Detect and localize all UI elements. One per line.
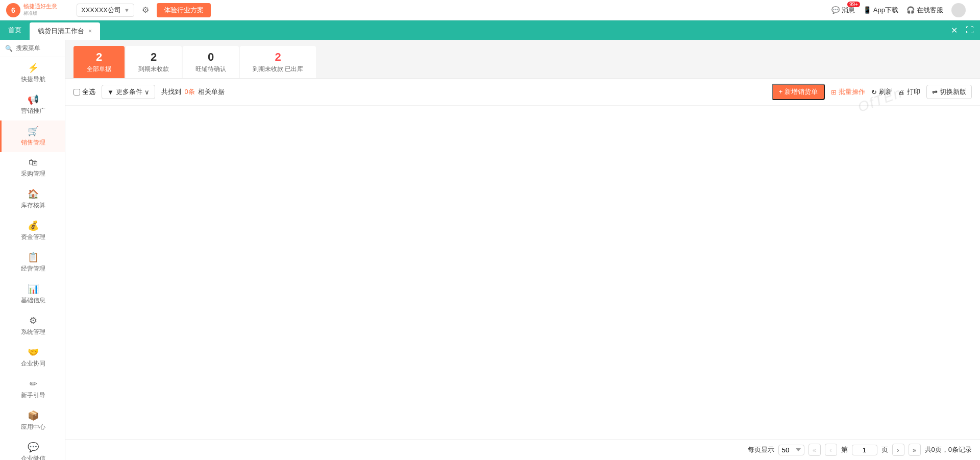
marketing-icon: 📢: [28, 94, 39, 105]
content-area: 2 全部单据 2 到期未收款 0 旺铺待确认 2 到期未收款 已出库 全选: [65, 40, 980, 460]
first-page-button[interactable]: «: [808, 444, 821, 456]
batch-icon: ⊞: [831, 88, 837, 96]
weixin-icon: 💬: [28, 442, 39, 453]
sidebar-item-system[interactable]: ⚙ 系统管理: [0, 310, 65, 342]
window-close-icon[interactable]: ✕: [949, 23, 960, 37]
sidebar-item-guide[interactable]: ✏ 新手引导: [0, 373, 65, 405]
sidebar-search[interactable]: 🔍 搜索菜单: [0, 40, 65, 57]
batch-operation-button[interactable]: ⊞ 批量操作: [831, 87, 865, 96]
sales-icon: 🛒: [28, 126, 39, 137]
sidebar-item-label: 系统管理: [21, 328, 45, 336]
sidebar-item-label: 新手引导: [21, 391, 45, 400]
filter-icon: ▼: [107, 88, 114, 96]
filter-tab-pending-label: 旺铺待确认: [195, 65, 226, 74]
sidebar-item-sales[interactable]: 🛒 销售管理: [0, 120, 65, 152]
select-all-input[interactable]: [74, 89, 80, 95]
refresh-icon: ↻: [871, 88, 877, 96]
filter-tab-overdue-label: 到期未收款: [138, 65, 169, 74]
table-area: [65, 106, 980, 439]
sidebar-item-label: 销售管理: [21, 138, 45, 147]
per-page-label: 每页显示: [748, 445, 774, 454]
filter-tab-pending[interactable]: 0 旺铺待确认: [183, 46, 239, 78]
more-filter-button[interactable]: ▼ 更多条件 ∨: [102, 85, 155, 99]
basic-info-icon: 📊: [28, 283, 39, 295]
last-page-button[interactable]: »: [909, 444, 921, 456]
filter-tab-overdue-count: 2: [151, 51, 157, 64]
found-suffix: 相关单据: [198, 88, 225, 95]
tab-workbench[interactable]: 钱货日清工作台 ×: [30, 22, 100, 40]
found-prefix: 共找到: [161, 88, 181, 95]
current-page-input[interactable]: [852, 445, 877, 455]
sidebar-item-finance[interactable]: 💰 资金管理: [0, 215, 65, 247]
new-sales-button[interactable]: + 新增销货单: [772, 84, 825, 100]
app-name: 畅捷通好生意: [23, 3, 57, 10]
next-page-button[interactable]: ›: [892, 444, 904, 456]
found-count: 0条: [185, 88, 195, 95]
print-icon: 🖨: [898, 88, 905, 96]
filter-tab-all-label: 全部单据: [87, 65, 111, 74]
tab-close-icon[interactable]: ×: [88, 28, 92, 35]
print-label: 打印: [907, 87, 920, 96]
settings-button[interactable]: ⚙: [138, 3, 153, 17]
message-icon: 💬: [831, 6, 840, 14]
sidebar-item-purchase[interactable]: 🛍 采购管理: [0, 152, 65, 183]
switch-version-button[interactable]: ⇌ 切换新版: [926, 85, 972, 99]
company-selector[interactable]: XXXXXX公司 ▼: [77, 4, 134, 17]
sidebar-item-label: 经营管理: [21, 264, 45, 273]
sidebar-search-label: 搜索菜单: [16, 44, 40, 53]
sidebar-item-operations[interactable]: 📋 经营管理: [0, 247, 65, 278]
filter-tab-shipped[interactable]: 2 到期未收款 已出库: [240, 46, 316, 78]
print-button[interactable]: 🖨 打印: [898, 87, 920, 96]
sidebar-item-label: 营销推广: [21, 107, 45, 115]
header-right: 💬 消息 99+ 📱 App下载 🎧 在线客服: [831, 3, 974, 17]
action-bar: 全选 ▼ 更多条件 ∨ 共找到 0条 相关单据 + 新增销货单 ⊞ 批量操作: [65, 79, 980, 106]
sidebar-item-label: 库存核算: [21, 201, 45, 210]
sidebar-item-app-center[interactable]: 📦 应用中心: [0, 405, 65, 437]
sidebar-item-cooperation[interactable]: 🤝 企业协同: [0, 342, 65, 373]
per-page-select[interactable]: 50 100 200: [778, 445, 804, 455]
sidebar: 🔍 搜索菜单 ⚡ 快捷导航 📢 营销推广 🛒 销售管理 🛍 采购管理 🏠 库存核…: [0, 40, 65, 460]
refresh-label: 刷新: [879, 87, 892, 96]
avatar[interactable]: [951, 3, 966, 17]
sidebar-item-basic-info[interactable]: 📊 基础信息: [0, 278, 65, 310]
sidebar-item-label: 采购管理: [21, 170, 45, 178]
refresh-button[interactable]: ↻ 刷新: [871, 87, 892, 96]
sidebar-item-weixin[interactable]: 💬 企业微信: [0, 437, 65, 460]
tab-home[interactable]: 首页: [0, 20, 30, 40]
purchase-icon: 🛍: [29, 157, 38, 168]
app-download-label: App下载: [873, 6, 898, 15]
filter-tab-all[interactable]: 2 全部单据: [74, 46, 125, 78]
batch-label: 批量操作: [839, 87, 865, 96]
filter-tab-overdue[interactable]: 2 到期未收款: [126, 46, 182, 78]
trial-button[interactable]: 体验行业方案: [157, 3, 211, 17]
filter-tabs: 2 全部单据 2 到期未收款 0 旺铺待确认 2 到期未收款 已出库: [65, 40, 980, 79]
message-badge: 99+: [847, 2, 860, 7]
sidebar-item-quick-nav[interactable]: ⚡ 快捷导航: [0, 57, 65, 89]
filter-tab-all-count: 2: [96, 51, 102, 64]
app-download-item[interactable]: 📱 App下载: [863, 6, 898, 15]
logo-area: 6 畅捷通好生意 标准版: [6, 3, 71, 17]
sidebar-item-marketing[interactable]: 📢 营销推广: [0, 89, 65, 120]
message-item[interactable]: 💬 消息 99+: [831, 6, 855, 15]
system-icon: ⚙: [29, 315, 37, 326]
page-label: 第: [841, 445, 848, 454]
operations-icon: 📋: [28, 252, 39, 263]
select-all-checkbox[interactable]: 全选: [74, 87, 95, 96]
search-icon: 🔍: [5, 45, 13, 52]
sidebar-item-label: 应用中心: [21, 423, 45, 431]
switch-icon: ⇌: [932, 88, 938, 96]
company-dropdown-arrow: ▼: [124, 7, 130, 13]
window-expand-icon[interactable]: ⛶: [964, 23, 976, 37]
total-label: 共0页，0条记录: [925, 445, 972, 454]
filter-tab-pending-count: 0: [208, 51, 214, 64]
prev-page-button[interactable]: ‹: [825, 444, 837, 456]
main-layout: 🔍 搜索菜单 ⚡ 快捷导航 📢 营销推广 🛒 销售管理 🛍 采购管理 🏠 库存核…: [0, 40, 980, 460]
sidebar-item-label: 快捷导航: [21, 75, 45, 84]
sidebar-item-inventory[interactable]: 🏠 库存核算: [0, 183, 65, 215]
page-suffix: 页: [881, 445, 888, 454]
filter-arrow-icon: ∨: [144, 88, 150, 96]
online-service-item[interactable]: 🎧 在线客服: [906, 6, 943, 15]
logo-icon: 6: [6, 3, 20, 17]
filter-tab-shipped-count: 2: [275, 51, 281, 64]
sidebar-item-label: 基础信息: [21, 296, 45, 305]
